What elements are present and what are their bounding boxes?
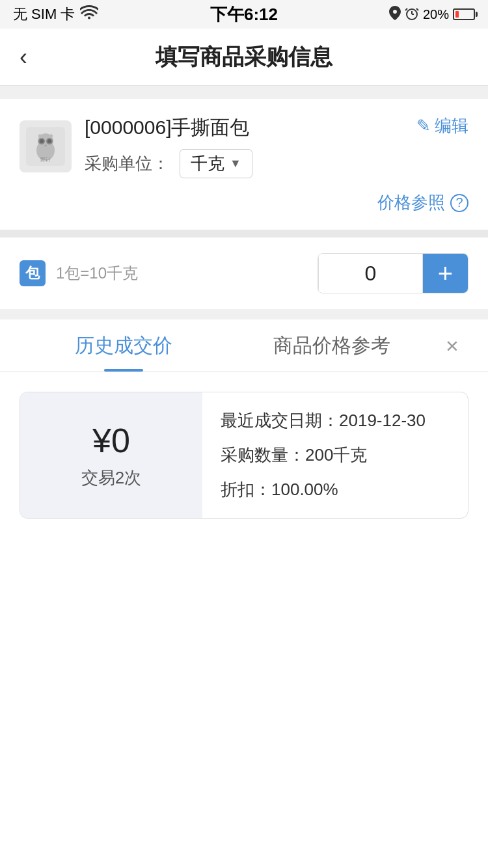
battery-percent: 20% [423, 7, 449, 22]
discount-label: 折扣： [221, 480, 271, 499]
section-divider [0, 230, 488, 237]
history-date-row: 最近成交日期：2019-12-30 [221, 408, 450, 433]
nav-bar: ‹ 填写商品采购信息 [0, 29, 488, 86]
quantity-unit-box: 包 [20, 260, 46, 286]
product-thumbnail: 野计 [20, 120, 72, 172]
edit-pencil-icon: ✎ [416, 116, 431, 136]
product-logo-icon: 野计 [26, 127, 65, 166]
tab-history-label: 历史成交价 [75, 332, 172, 359]
product-unit-row: 采购单位： 千克 ▼ [85, 149, 252, 178]
history-price-value: ¥0 [92, 421, 130, 460]
tab-product-price-ref[interactable]: 商品价格参考 [228, 319, 436, 372]
carrier-text: 无 SIM 卡 [13, 5, 75, 24]
qty-label: 采购数量： [221, 445, 305, 465]
unit-label: 采购单位： [85, 152, 169, 175]
unit-value: 千克 [191, 152, 224, 175]
product-info: [0000006]手撕面包 采购单位： 千克 ▼ [85, 115, 252, 178]
status-left: 无 SIM 卡 [13, 5, 98, 24]
history-card: ¥0 交易2次 最近成交日期：2019-12-30 采购数量：200千克 折扣：… [20, 392, 468, 519]
quantity-left: 包 1包=10千克 [20, 260, 138, 286]
quantity-conversion: 1包=10千克 [56, 263, 138, 284]
date-value: 2019-12-30 [339, 411, 426, 430]
unit-caret-icon: ▼ [230, 157, 241, 170]
edit-label: 编辑 [435, 115, 468, 137]
status-bar: 无 SIM 卡 下午6:12 20% [0, 0, 488, 29]
product-card: 野计 [0000006]手撕面包 采购单位： 千克 ▼ ✎ 编辑 价格参照 ? [0, 99, 488, 230]
location-icon [389, 6, 401, 23]
product-left: 野计 [0000006]手撕面包 采购单位： 千克 ▼ [20, 115, 252, 178]
battery-icon [453, 8, 475, 20]
price-panel-tabs: 历史成交价 商品价格参考 × [0, 319, 488, 372]
quantity-plus-button[interactable]: + [422, 254, 468, 293]
history-details: 最近成交日期：2019-12-30 采购数量：200千克 折扣：100.00% [202, 392, 468, 518]
back-button[interactable]: ‹ [20, 44, 59, 71]
price-panel: 历史成交价 商品价格参考 × ¥0 交易2次 最近成交日期：2019-12-30… [0, 319, 488, 538]
quantity-row: 包 1包=10千克 + [0, 237, 488, 309]
tab-product-label: 商品价格参考 [273, 332, 390, 359]
history-trade-count: 交易2次 [81, 467, 141, 489]
history-discount-row: 折扣：100.00% [221, 477, 450, 502]
tab-history-price[interactable]: 历史成交价 [20, 319, 228, 372]
svg-point-8 [40, 139, 44, 143]
close-panel-button[interactable]: × [436, 329, 468, 362]
status-time: 下午6:12 [210, 3, 278, 26]
product-price-row: 价格参照 ? [20, 191, 468, 214]
history-qty-row: 采购数量：200千克 [221, 442, 450, 468]
svg-text:野计: 野计 [40, 157, 51, 163]
quantity-input[interactable] [318, 254, 422, 293]
unit-select[interactable]: 千克 ▼ [180, 149, 252, 178]
status-right: 20% [389, 6, 475, 23]
edit-button[interactable]: ✎ 编辑 [416, 115, 468, 137]
page-title: 填写商品采购信息 [156, 42, 332, 72]
history-content: ¥0 交易2次 最近成交日期：2019-12-30 采购数量：200千克 折扣：… [0, 372, 488, 538]
svg-point-9 [47, 139, 51, 143]
alarm-icon [405, 6, 419, 23]
quantity-control: + [318, 253, 468, 293]
discount-value: 100.00% [271, 480, 338, 499]
qty-value: 200千克 [305, 445, 367, 465]
price-ref-label[interactable]: 价格参照 [377, 191, 445, 214]
history-price-summary: ¥0 交易2次 [20, 392, 202, 518]
help-icon[interactable]: ? [450, 194, 468, 212]
wifi-icon [80, 5, 98, 23]
product-name: [0000006]手撕面包 [85, 115, 252, 141]
date-label: 最近成交日期： [221, 411, 339, 430]
page-bottom [0, 538, 488, 868]
product-top-row: 野计 [0000006]手撕面包 采购单位： 千克 ▼ ✎ 编辑 [20, 115, 468, 178]
